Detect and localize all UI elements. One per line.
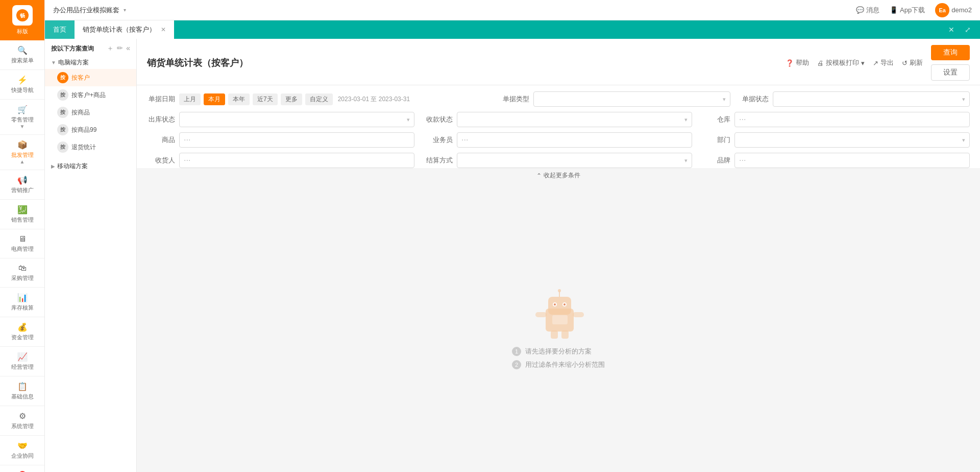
brand-control[interactable]: ··· <box>734 153 970 168</box>
department-control[interactable]: ▾ <box>734 132 970 148</box>
warehouse-control[interactable]: ··· <box>734 112 970 127</box>
collapse-icon: ⌃ <box>536 172 542 179</box>
order-status-control[interactable]: ▾ <box>773 91 970 107</box>
scheme-label: 按客户+商品 <box>71 91 106 100</box>
sidebar-item-retail[interactable]: 🛒 零售管理 ▼ <box>0 100 44 135</box>
date-btn-this-month[interactable]: 本月 <box>204 93 225 105</box>
app-download-item[interactable]: 📱 App下载 <box>890 6 925 15</box>
payment-status-dropdown-icon: ▾ <box>684 116 688 123</box>
export-icon: ↗ <box>873 59 878 67</box>
date-btn-custom[interactable]: 自定义 <box>305 93 333 105</box>
page-title: 销货单统计表（按客户） <box>147 57 248 69</box>
ship-status-control[interactable]: ▾ <box>179 112 414 127</box>
brand-more-icon[interactable]: ··· <box>739 156 746 165</box>
payment-status-filter: 收款状态 ▾ <box>425 112 692 127</box>
mobile-scheme-header[interactable]: ▶ 移动端方案 <box>45 160 136 173</box>
close-all-tabs-button[interactable]: ✕ <box>945 23 958 36</box>
product-more-icon[interactable]: ··· <box>184 135 190 145</box>
sidebar-item-inventory[interactable]: 📊 库存核算 <box>0 288 44 317</box>
company-dropdown-icon[interactable]: ▾ <box>124 7 126 13</box>
hint-item-1: 1 请先选择要分析的方案 <box>512 347 605 356</box>
sidebar-item-operations[interactable]: 📈 经营管理 <box>0 347 44 376</box>
scheme-by-product-99[interactable]: 按 按商品99 <box>45 121 136 138</box>
date-btn-this-year[interactable]: 本年 <box>228 93 250 105</box>
empty-state-hints: 1 请先选择要分析的方案 2 用过滤条件来缩小分析范围 <box>512 347 605 369</box>
basic-info-icon: 📋 <box>17 382 28 391</box>
order-status-label: 单据状态 <box>741 95 769 104</box>
desktop-scheme-header[interactable]: ▼ 电脑端方案 <box>45 56 136 69</box>
sidebar-item-purchase[interactable]: 🛍 采购管理 <box>0 258 44 288</box>
date-btn-last-month[interactable]: 上月 <box>179 93 201 105</box>
ship-status-filter: 出库状态 ▾ <box>147 112 414 127</box>
tabbar: 首页 销货单统计表（按客户） ✕ ✕ ⤢ <box>45 20 980 39</box>
sidebar-item-marketing[interactable]: 📢 营销推广 <box>0 170 44 200</box>
product-control[interactable]: ··· <box>179 132 414 148</box>
template-print-button[interactable]: 🖨 按模板打印 ▾ <box>817 58 865 67</box>
date-btn-more[interactable]: 更多 <box>281 93 302 105</box>
scheme-label: 按商品99 <box>71 126 96 134</box>
sidebar-item-basic-info[interactable]: 📋 基础信息 <box>0 376 44 406</box>
date-filter: 上月 本月 本年 近7天 更多 自定义 2023-03-01 至 2023-03… <box>179 93 410 105</box>
sidebar-item-sales[interactable]: 💹 销售管理 <box>0 200 44 229</box>
maximize-button[interactable]: ⤢ <box>962 23 974 36</box>
scheme-icon: 按 <box>57 107 68 118</box>
sidebar-item-wholesale[interactable]: 📦 批发管理 ▲ <box>0 135 44 170</box>
svg-rect-13 <box>561 331 569 339</box>
ship-status-dropdown-icon: ▾ <box>407 116 410 123</box>
content-area: 按以下方案查询 ＋ ✏ « ▼ 电脑端方案 按 按客户 按 按客 <box>45 39 980 472</box>
scheme-by-product[interactable]: 按 按商品 <box>45 104 136 121</box>
sidebar-item-quick-nav[interactable]: ⚡ 快捷导航 <box>0 70 44 100</box>
settlement-control[interactable]: ▾ <box>457 153 692 168</box>
order-type-dropdown-icon: ▾ <box>723 96 726 103</box>
salesman-more-icon[interactable]: ··· <box>461 135 468 145</box>
recipient-control[interactable]: ··· <box>179 153 414 168</box>
warehouse-label: 仓库 <box>702 115 730 124</box>
template-print-label: 按模板打印 <box>826 58 859 67</box>
desktop-scheme-group: ▼ 电脑端方案 按 按客户 按 按客户+商品 按 按商品 按 按商品99 <box>45 56 136 160</box>
user-item[interactable]: Ea demo2 <box>935 3 972 17</box>
sidebar-item-sys-mgmt[interactable]: ⚙ 系统管理 <box>0 406 44 436</box>
date-btn-7-days[interactable]: 近7天 <box>253 93 278 105</box>
sidebar-item-finance[interactable]: 💰 资金管理 <box>0 317 44 347</box>
settlement-label: 结算方式 <box>425 156 453 165</box>
wholesale-arrow-icon: ▲ <box>20 159 25 164</box>
add-scheme-button[interactable]: ＋ <box>107 44 114 53</box>
left-panel-actions: ＋ ✏ « <box>107 44 130 53</box>
warehouse-more-icon[interactable]: ··· <box>739 115 746 124</box>
query-button[interactable]: 查询 <box>931 45 970 60</box>
sidebar-item-search-menu[interactable]: 🔍 搜索菜单 <box>0 40 44 70</box>
collapse-filters-button[interactable]: ⌃ 收起更多条件 <box>137 168 980 183</box>
scheme-by-customer-product[interactable]: 按 按客户+商品 <box>45 86 136 104</box>
payment-status-control[interactable]: ▾ <box>457 112 692 127</box>
app-label: 标版 <box>17 28 28 35</box>
settings-button[interactable]: 设置 <box>931 64 970 81</box>
sidebar-item-onboarding[interactable]: 🎯 新手引导 <box>0 465 44 472</box>
svg-point-7 <box>564 303 566 305</box>
app-download-icon: 📱 <box>890 6 898 14</box>
edit-scheme-button[interactable]: ✏ <box>117 44 123 53</box>
settlement-dropdown-icon: ▾ <box>684 157 688 164</box>
empty-state-illustration <box>533 286 584 337</box>
collapse-panel-button[interactable]: « <box>126 44 130 53</box>
product-label: 商品 <box>147 135 175 145</box>
tab-close-button[interactable]: ✕ <box>161 26 166 33</box>
tab-home[interactable]: 首页 <box>45 20 75 39</box>
hint-num-1: 1 <box>512 347 521 356</box>
recipient-more-icon[interactable]: ··· <box>184 156 190 165</box>
export-button[interactable]: ↗ 导出 <box>873 58 894 67</box>
scheme-returns-stats[interactable]: 按 退货统计 <box>45 138 136 156</box>
warehouse-filter: 仓库 ··· <box>702 112 970 127</box>
tab-sales-stats[interactable]: 销货单统计表（按客户） ✕ <box>75 20 174 39</box>
message-item[interactable]: 💬 消息 <box>856 6 879 15</box>
refresh-button[interactable]: ↺ 刷新 <box>902 58 923 67</box>
scheme-by-customer[interactable]: 按 按客户 <box>45 69 136 86</box>
sales-icon: 💹 <box>17 205 28 215</box>
help-button[interactable]: ❓ 帮助 <box>786 58 809 67</box>
department-label: 部门 <box>702 135 730 145</box>
sidebar-item-cooperation[interactable]: 🤝 企业协同 <box>0 436 44 465</box>
sidebar: 畅 标版 🔍 搜索菜单 ⚡ 快捷导航 🛒 零售管理 ▼ 📦 批发管理 ▲ 📢 营… <box>0 0 45 472</box>
filter-row-1: 单据日期 上月 本月 本年 近7天 更多 自定义 2023-03-01 至 20… <box>147 91 970 107</box>
sidebar-item-ecommerce[interactable]: 🖥 电商管理 <box>0 229 44 258</box>
order-type-control[interactable]: ▾ <box>533 91 730 107</box>
salesman-control[interactable]: ··· <box>457 132 692 148</box>
